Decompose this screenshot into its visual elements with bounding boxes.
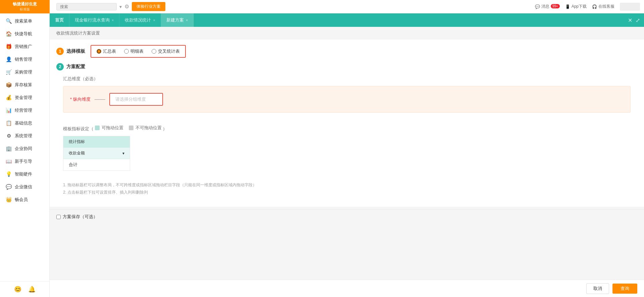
tab-new-plan-close[interactable] (186, 18, 188, 22)
sidebar-label-inventory: 库存核算 (15, 82, 32, 88)
sidebar-item-finance[interactable]: 💰 资金管理 (0, 91, 49, 104)
sidebar-item-management[interactable]: 📊 经营管理 (0, 104, 49, 117)
sidebar-nav: 🔍 搜索菜单 🏠 快捷导航 🎁 营销推广 👤 销售管理 🛒 采购管理 📦 (0, 13, 49, 281)
sidebar-label-guide: 新手引导 (15, 158, 32, 164)
sidebar-item-member[interactable]: 👑 畅会员 (0, 193, 49, 206)
cancel-button[interactable]: 取消 (586, 283, 609, 294)
sidebar-label-basic: 基础信息 (15, 120, 32, 126)
sidebar-item-wechat[interactable]: 💬 企业微信 (0, 181, 49, 193)
sidebar-item-inventory[interactable]: 📦 库存核算 (0, 79, 49, 91)
sidebar-label-purchase: 采购管理 (15, 69, 32, 75)
gift-icon: 🎁 (5, 44, 12, 50)
sidebar-item-search[interactable]: 🔍 搜索菜单 (0, 15, 49, 28)
radio-detail-input[interactable] (124, 49, 129, 54)
sidebar-item-enterprise[interactable]: 🏢 企业协同 (0, 142, 49, 155)
sidebar-bottom-icon1[interactable]: 😊 (14, 286, 21, 293)
app-download-group[interactable]: 📱 App下载 (565, 4, 587, 9)
metrics-table-header: 统计指标 (63, 136, 130, 148)
sidebar: 🔍 搜索菜单 🏠 快捷导航 🎁 营销推广 👤 销售管理 🛒 采购管理 📦 (0, 13, 50, 297)
sidebar-item-purchase[interactable]: 🛒 采购管理 (0, 66, 49, 79)
tab-home[interactable]: 首页 (50, 13, 69, 27)
sidebar-item-hardware[interactable]: 💡 智能硬件 (0, 168, 49, 181)
tab-cashflow-close[interactable] (112, 18, 114, 22)
chevron-down-icon[interactable]: ▾ (119, 4, 122, 9)
query-button[interactable]: 查询 (612, 284, 637, 294)
main-layout: 🔍 搜索菜单 🏠 快捷导航 🎁 营销推广 👤 销售管理 🛒 采购管理 📦 (0, 13, 644, 297)
radio-summary-label: 汇总表 (103, 48, 116, 54)
stats-row-total: 合计 (63, 159, 130, 170)
stats-col-dropdown-icon[interactable]: ▾ (122, 151, 124, 156)
hardware-icon: 💡 (5, 171, 12, 177)
radio-detail[interactable]: 明细表 (124, 48, 144, 54)
radio-detail-label: 明细表 (130, 48, 144, 54)
sidebar-bottom: 😊 🔔 (0, 281, 49, 297)
drag-fixed-dot (129, 126, 133, 130)
inventory-icon: 📦 (5, 82, 12, 88)
sidebar-label-member: 畅会员 (15, 197, 28, 203)
sidebar-label-home: 快捷导航 (15, 31, 32, 37)
drag-legend: 可拖动位置 不可拖动位置 (95, 125, 162, 131)
message-icon: 💬 (535, 4, 540, 9)
guide-icon: 📖 (5, 158, 12, 164)
purchase-icon: 🛒 (5, 69, 12, 75)
tab-cashflow-label: 现金银行流水查询 (75, 17, 110, 23)
close-window-icon[interactable]: ✕ (628, 17, 632, 23)
sidebar-item-sales[interactable]: 👤 销售管理 (0, 53, 49, 66)
sidebar-item-guide[interactable]: 📖 新手引导 (0, 155, 49, 168)
tab-receipt-close[interactable] (153, 18, 155, 22)
top-bar: 畅捷通好生意 标准版 ▾ ⚙ 体验行业方案 💬 消息 99+ 📱 App下载 🎧… (0, 0, 644, 13)
step2-title: 方案配置 (66, 64, 85, 70)
search-input[interactable] (56, 3, 117, 10)
radio-cross-input[interactable] (152, 49, 156, 54)
metrics-table: 统计指标 收款金额 ▾ 合计 (63, 136, 130, 171)
dimension-config: 汇总维度（必选） * 纵向维度 —— 请选择分组维度 (56, 76, 637, 119)
tip2: 2. 点击标题栏下拉可设置排序、插入列和删除列 (63, 189, 631, 196)
stats-label: 统计指标 (69, 139, 85, 145)
radio-cross[interactable]: 交叉统计表 (152, 48, 180, 54)
save-option[interactable]: 方案保存（可选） (56, 214, 98, 220)
sidebar-label-sales: 销售管理 (15, 56, 32, 62)
sidebar-label-finance: 资金管理 (15, 95, 32, 101)
management-icon: 📊 (5, 107, 12, 113)
dimension-select[interactable]: 请选择分组维度 (109, 93, 163, 106)
radio-cross-label: 交叉统计表 (158, 48, 180, 54)
tip1: 1. 拖动标题栏可以调整布局，不可跨维度或指标区域拖动栏目字段（只能在同一维度或… (63, 182, 631, 189)
home-icon: 🏠 (5, 31, 12, 37)
system-icon: ⚙ (5, 133, 12, 139)
step1-badge: 1 (56, 48, 64, 55)
online-service-group[interactable]: 🎧 在线客服 (592, 4, 614, 9)
drag-movable-dot (95, 126, 100, 130)
tab-cashflow[interactable]: 现金银行流水查询 (69, 13, 119, 27)
sidebar-item-system[interactable]: ⚙ 系统管理 (0, 130, 49, 142)
industry-btn[interactable]: 体验行业方案 (132, 2, 165, 11)
message-label: 消息 (541, 4, 549, 9)
form-card: 1 选择模板 汇总表 明细表 交 (50, 40, 644, 207)
step1-section: 1 选择模板 汇总表 明细表 交 (56, 45, 637, 58)
save-checkbox[interactable] (56, 215, 61, 219)
tips-section: 1. 拖动标题栏可以调整布局，不可跨维度或指标区域拖动栏目字段（只能在同一维度或… (56, 176, 637, 201)
user-avatar[interactable] (620, 3, 640, 11)
tab-bar-right: ✕ ⤢ (624, 13, 644, 27)
member-icon: 👑 (5, 197, 12, 203)
action-bar: 取消 查询 (50, 280, 644, 297)
metrics-section: 模板指标设定（ 可拖动位置 不可拖动位置 ） (56, 119, 637, 176)
gear-icon[interactable]: ⚙ (124, 3, 129, 10)
stats-col-header[interactable]: 收款金额 ▾ (63, 148, 130, 159)
app-download-label: App下载 (572, 4, 587, 9)
tab-new-plan[interactable]: 新建方案 (161, 13, 194, 27)
breadcrumb-text: 收款情况统计方案设置 (56, 31, 100, 36)
sidebar-item-basic[interactable]: 📋 基础信息 (0, 117, 49, 130)
message-group[interactable]: 💬 消息 99+ (535, 4, 560, 9)
sidebar-item-home[interactable]: 🏠 快捷导航 (0, 28, 49, 40)
radio-summary-input[interactable] (97, 49, 101, 54)
radio-summary[interactable]: 汇总表 (97, 48, 116, 54)
sidebar-bottom-icon2[interactable]: 🔔 (28, 286, 36, 293)
maximize-icon[interactable]: ⤢ (636, 17, 640, 23)
tab-bar: 首页 现金银行流水查询 收款情况统计 新建方案 ✕ ⤢ (50, 13, 644, 27)
step1-title: 选择模板 (66, 48, 85, 54)
tab-receipt[interactable]: 收款情况统计 (119, 13, 161, 27)
logo-text: 畅捷通好生意 (13, 1, 37, 7)
online-service-label: 在线客服 (598, 4, 614, 9)
search-icon: 🔍 (5, 18, 12, 24)
sidebar-item-marketing[interactable]: 🎁 营销推广 (0, 40, 49, 53)
